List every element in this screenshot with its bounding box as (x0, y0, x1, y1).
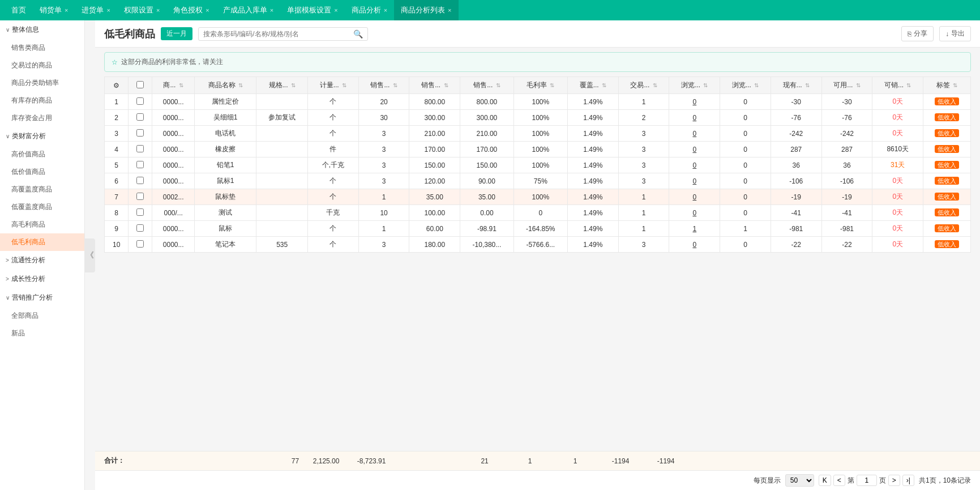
nav-item-进货单[interactable]: 进货单× (75, 0, 117, 20)
sidebar-group-流通性分析[interactable]: >流通性分析 (0, 251, 84, 270)
sidebar-item-新品[interactable]: 新品 (0, 325, 84, 342)
close-tab-icon[interactable]: × (65, 7, 68, 14)
th-available-stock[interactable]: 可用... ⇅ (821, 77, 872, 94)
row-checkbox[interactable] (136, 224, 144, 232)
row-checkbox[interactable] (136, 113, 144, 121)
th-sellable-days[interactable]: 可销... ⇅ (872, 77, 923, 94)
prev-page-button[interactable]: < (833, 475, 845, 486)
row-checkbox[interactable] (136, 240, 144, 248)
nav-item-角色授权[interactable]: 角色授权× (166, 0, 216, 20)
close-tab-icon[interactable]: × (270, 7, 273, 14)
th-code[interactable]: 商... ⇅ (152, 77, 195, 94)
cell-browse1[interactable]: 0 (669, 142, 720, 157)
sidebar-item-全部商品[interactable]: 全部商品 (0, 307, 84, 325)
cell-browse1[interactable]: 0 (669, 237, 720, 253)
cell-checkbox[interactable] (129, 173, 152, 189)
cell-browse1[interactable]: 0 (669, 157, 720, 173)
search-icon[interactable]: 🔍 (353, 29, 363, 39)
cell-browse1[interactable]: 0 (669, 173, 720, 189)
next-page-button[interactable]: > (888, 475, 900, 486)
close-tab-icon[interactable]: × (106, 7, 110, 14)
search-input[interactable] (203, 30, 353, 38)
sidebar-item-销售类商品[interactable]: 销售类商品 (0, 39, 84, 57)
row-checkbox[interactable] (136, 208, 144, 216)
cell-checkbox[interactable] (129, 126, 152, 142)
th-sales-qty[interactable]: 销售... ⇅ (358, 77, 409, 94)
cell-checkbox[interactable] (129, 189, 152, 205)
sidebar-group-营销推广分析[interactable]: ∨营销推广分析 (0, 288, 84, 307)
th-coverage[interactable]: 覆盖... ⇅ (567, 77, 618, 94)
sidebar-item-商品分类助销率[interactable]: 商品分类助销率 (0, 74, 84, 92)
cell-tag: 低收入 (923, 157, 971, 173)
sidebar-item-高价值商品[interactable]: 高价值商品 (0, 146, 84, 163)
sidebar-item-低毛利商品[interactable]: 低毛利商品 (0, 233, 84, 251)
th-unit[interactable]: 计量... ⇅ (308, 77, 359, 94)
th-sales-price[interactable]: 销售... ⇅ (409, 77, 460, 94)
close-tab-icon[interactable]: × (206, 7, 209, 14)
share-button[interactable]: ⎘ 分享 (901, 26, 934, 41)
th-settings[interactable]: ⚙ (105, 77, 129, 94)
row-checkbox[interactable] (136, 97, 144, 105)
cell-browse1[interactable]: 0 (669, 189, 720, 205)
cell-checkbox[interactable] (129, 94, 152, 110)
nav-item-首页[interactable]: 首页 (5, 0, 33, 20)
cell-checkbox[interactable] (129, 205, 152, 221)
select-all-checkbox[interactable] (136, 81, 144, 88)
row-checkbox[interactable] (136, 177, 144, 184)
sidebar-item-库存资金占用[interactable]: 库存资金占用 (0, 109, 84, 127)
cell-sales-qty: 3 (358, 126, 409, 142)
nav-item-权限设置[interactable]: 权限设置× (117, 0, 166, 20)
th-trade[interactable]: 交易... ⇅ (618, 77, 669, 94)
th-browse2[interactable]: 浏览... ⇅ (720, 77, 771, 94)
row-checkbox[interactable] (136, 145, 144, 152)
row-checkbox[interactable] (136, 193, 144, 200)
close-tab-icon[interactable]: × (334, 7, 337, 14)
sidebar-item-交易过的商品[interactable]: 交易过的商品 (0, 57, 84, 74)
cell-checkbox[interactable] (129, 157, 152, 173)
sidebar-item-低价值商品[interactable]: 低价值商品 (0, 163, 84, 181)
cell-seq: 10 (105, 237, 129, 253)
th-name[interactable]: 商品名称 ⇅ (195, 77, 256, 94)
sidebar-collapse-button[interactable]: 《 (85, 238, 95, 272)
th-current-stock[interactable]: 现有... ⇅ (771, 77, 821, 94)
sidebar-group-类财富分析[interactable]: ∨类财富分析 (0, 127, 84, 146)
cell-browse1[interactable]: 1 (669, 221, 720, 237)
page-number-input[interactable] (857, 475, 877, 486)
cell-checkbox[interactable] (129, 142, 152, 157)
th-sales-amount[interactable]: 销售... ⇅ (460, 77, 513, 94)
close-tab-icon[interactable]: × (156, 7, 160, 14)
sidebar-item-高覆盖度商品[interactable]: 高覆盖度商品 (0, 181, 84, 198)
nav-item-商品分析列表[interactable]: 商品分析列表× (394, 0, 458, 20)
sidebar-group-成长性分析[interactable]: >成长性分析 (0, 270, 84, 288)
sidebar-group-整体信息[interactable]: ∨整体信息 (0, 20, 84, 39)
cell-checkbox[interactable] (129, 221, 152, 237)
page-size-select[interactable]: 102050100 (785, 474, 814, 487)
cell-browse1[interactable]: 0 (669, 205, 720, 221)
cell-browse1[interactable]: 0 (669, 126, 720, 142)
row-checkbox[interactable] (136, 161, 144, 168)
row-checkbox[interactable] (136, 129, 144, 137)
nav-item-产成品入库单[interactable]: 产成品入库单× (216, 0, 280, 20)
date-filter-button[interactable]: 近一月 (161, 27, 192, 40)
first-page-button[interactable]: K (819, 475, 831, 486)
export-button[interactable]: ↓ 导出 (939, 26, 971, 41)
share-icon: ⎘ (908, 30, 911, 38)
nav-item-销货单[interactable]: 销货单× (33, 0, 75, 20)
th-spec[interactable]: 规格... ⇅ (256, 77, 308, 94)
cell-checkbox[interactable] (129, 237, 152, 253)
last-page-button[interactable]: ›| (902, 475, 914, 486)
cell-browse1[interactable]: 0 (669, 94, 720, 110)
nav-item-商品分析[interactable]: 商品分析× (345, 0, 394, 20)
close-tab-icon[interactable]: × (384, 7, 387, 14)
nav-item-单据模板设置[interactable]: 单据模板设置× (280, 0, 344, 20)
sidebar-item-有库存的商品[interactable]: 有库存的商品 (0, 92, 84, 109)
th-browse1[interactable]: 浏览... ⇅ (669, 77, 720, 94)
sidebar-item-低覆盖度商品[interactable]: 低覆盖度商品 (0, 198, 84, 216)
cell-browse1[interactable]: 0 (669, 110, 720, 126)
th-checkbox[interactable] (129, 77, 152, 94)
close-tab-icon[interactable]: × (448, 7, 451, 14)
th-margin[interactable]: 毛利率 ⇅ (513, 77, 567, 94)
th-tag[interactable]: 标签 ⇅ (923, 77, 971, 94)
cell-checkbox[interactable] (129, 110, 152, 126)
sidebar-item-高毛利商品[interactable]: 高毛利商品 (0, 216, 84, 233)
